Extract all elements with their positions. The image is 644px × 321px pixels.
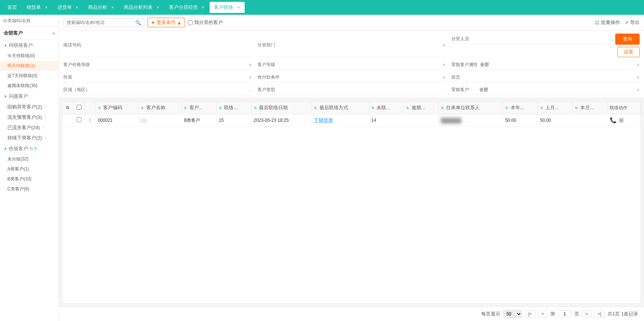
query-button[interactable]: 查询 xyxy=(615,34,640,45)
col-last-contact-date[interactable]: ⇅ 最后联络日期 xyxy=(251,101,312,114)
filter-input-scatter-attr[interactable] xyxy=(480,62,634,68)
col-no-contact[interactable]: ⇅ 未联... xyxy=(369,101,404,114)
phone-icon[interactable]: 📞 xyxy=(610,117,617,124)
sort-icon: ⇅ xyxy=(575,106,578,110)
filter-row-scatter-customer: 零散客户 ∨ xyxy=(451,85,640,95)
chevron-down-icon[interactable]: ∨ xyxy=(442,75,445,80)
filter-input-customer-type[interactable] xyxy=(286,87,446,93)
col-last-contact-method[interactable]: ⇅ 最后联络方式 xyxy=(312,101,369,114)
first-page-btn[interactable]: |< xyxy=(525,310,535,318)
sidebar-item-declining[interactable]: 持续下滑客户(2) ? xyxy=(0,133,59,143)
chevron-down-icon[interactable]: ∨ xyxy=(442,43,445,48)
sidebar-group-problem[interactable]: ▼ 问题客户 xyxy=(0,91,59,102)
help-icon: ? xyxy=(44,136,46,140)
sidebar-collapse-btn[interactable]: « xyxy=(52,31,55,36)
table-area: ⚙ ⇅ 客户编码 ⇅ 客户名称 xyxy=(62,101,641,304)
more-icon[interactable]: … xyxy=(248,88,252,92)
filter-input-dept[interactable] xyxy=(286,43,441,48)
current-page-input[interactable] xyxy=(558,310,571,318)
per-page-select[interactable]: 10 20 50 100 xyxy=(503,310,522,318)
filter-input-nature[interactable] xyxy=(91,75,246,80)
prev-page-btn[interactable]: < xyxy=(538,310,547,318)
nav-customer-contact[interactable]: 客户联络 ✕ xyxy=(210,2,245,13)
last-page-btn[interactable]: >| xyxy=(594,310,605,318)
sidebar-item-ungrouped[interactable]: 未分组(32) xyxy=(0,154,59,164)
chevron-down-icon[interactable]: ∨ xyxy=(637,75,640,80)
close-icon[interactable]: ✕ xyxy=(201,5,204,10)
filter-input-region[interactable] xyxy=(92,87,245,93)
all-customers-label: 全部客户 xyxy=(4,30,23,37)
search-input[interactable] xyxy=(67,20,134,25)
col-this-month[interactable]: ⇅ 本月... xyxy=(573,101,608,114)
col-customer-code[interactable]: ⇅ 客户编码 xyxy=(95,101,139,114)
close-icon[interactable]: ✕ xyxy=(111,5,114,10)
chevron-down-icon[interactable]: ∨ xyxy=(249,62,252,67)
chevron-down-icon[interactable]: ∨ xyxy=(637,87,640,92)
col-checkbox xyxy=(73,101,84,114)
refresh-icon[interactable]: ↻ xyxy=(29,146,33,151)
nav-purchase[interactable]: 进货单 ✕ xyxy=(53,2,83,13)
sidebar-item-type-b[interactable]: B类客户(33) xyxy=(0,174,59,184)
sidebar-item-repurchase[interactable]: 回购异常客户(2) ? xyxy=(0,102,59,112)
filter-input-manager[interactable] xyxy=(479,37,609,42)
next-page-btn[interactable]: > xyxy=(582,310,591,318)
select-all-checkbox[interactable] xyxy=(77,105,81,110)
sidebar-item-lost-customers[interactable]: 已流失客户(24) ? xyxy=(0,122,59,133)
nav-sales[interactable]: 销货单 ✕ xyxy=(22,2,52,13)
sidebar-group-value[interactable]: ▼ 价值客户 ↻ ✎ xyxy=(0,143,59,154)
more-filters-btn[interactable]: ▼ 更多条件 ▲ xyxy=(147,18,185,27)
table-header-row: ⚙ ⇅ 客户编码 ⇅ 客户名称 xyxy=(62,101,641,114)
row-select-checkbox[interactable] xyxy=(77,117,81,122)
col-contact[interactable]: ⇅ 联络... xyxy=(216,101,251,114)
col-settings[interactable]: ⚙ xyxy=(62,101,73,114)
chevron-down-icon[interactable]: ∨ xyxy=(249,75,252,80)
sidebar-item-loss-warning[interactable]: 流失预警客户(3) ? xyxy=(0,112,59,122)
sidebar-item-type-a[interactable]: A类客户(1) xyxy=(0,164,59,174)
search-submit-icon[interactable]: 🔍 xyxy=(135,20,141,25)
chevron-down-icon[interactable]: ∨ xyxy=(637,62,640,67)
sidebar-item-today-contact[interactable]: 今天待联络(0) xyxy=(0,51,59,61)
nav-home[interactable]: 首页 xyxy=(3,2,21,13)
col-customer-type[interactable]: ⇅ 客户... xyxy=(182,101,217,114)
edit-icon[interactable]: ✎ xyxy=(34,146,38,151)
close-icon[interactable]: ✕ xyxy=(156,5,160,10)
col-overdue[interactable]: ⇅ 逾期... xyxy=(404,101,439,114)
filter-label-status: 状态 xyxy=(451,74,477,80)
chevron-down-icon[interactable]: ∨ xyxy=(442,62,445,67)
col-customer-name[interactable]: ⇅ 客户名称 xyxy=(139,101,182,114)
nav-goods-analysis-list[interactable]: 商品分析列表 ✕ xyxy=(119,2,164,13)
col-last-month[interactable]: ⇅ 上月... xyxy=(538,101,573,114)
close-icon[interactable]: ✕ xyxy=(75,5,78,10)
sidebar-group-pending[interactable]: ▼ 待联络客户 xyxy=(0,40,59,51)
col-this-year[interactable]: ⇅ 本年... xyxy=(503,101,538,114)
filter-input-scatter-customer[interactable] xyxy=(479,87,634,93)
batch-operation-btn[interactable]: ☑ 批量操作 xyxy=(595,19,620,26)
export-btn[interactable]: ↗ 导出 xyxy=(624,19,640,26)
nav-customer-tier[interactable]: 客户分层经营 ✕ xyxy=(165,2,209,13)
my-customer-checkbox[interactable] xyxy=(188,20,193,25)
filter-input-status[interactable] xyxy=(479,75,634,80)
close-icon[interactable]: ✕ xyxy=(45,5,48,10)
sort-icon: ⇅ xyxy=(314,106,317,110)
sidebar-item-overdue-contact[interactable]: 逾期未联络(30) xyxy=(0,81,59,91)
filter-input-price-level[interactable] xyxy=(92,62,246,68)
sidebar-item-week-contact[interactable]: 近7天待联络(0) xyxy=(0,71,59,81)
row-last-contact-method[interactable]: 下销货单 xyxy=(312,114,369,127)
sidebar-item-type-c[interactable]: C类客户(6) xyxy=(0,184,59,194)
more-icon[interactable]: … xyxy=(611,37,615,41)
filter-input-phone[interactable] xyxy=(91,43,252,48)
close-icon[interactable]: ✕ xyxy=(237,5,240,10)
sidebar-item-tomorrow-contact[interactable]: 明天待联络(1) xyxy=(0,61,59,71)
grid-icon[interactable]: ⊞ xyxy=(619,117,624,124)
set-button[interactable]: 设置 xyxy=(617,47,640,57)
sidebar-all-customers[interactable]: 全部客户 « xyxy=(0,27,59,40)
col-contact-person[interactable]: ⇅ 往来单位联系人 xyxy=(438,101,503,114)
filter-input-customer-level[interactable] xyxy=(286,62,441,68)
export-icon: ↗ xyxy=(624,20,629,25)
last-contact-method-link[interactable]: 下销货单 xyxy=(314,117,333,123)
nav-goods-analysis[interactable]: 商品分析 ✕ xyxy=(84,2,119,13)
filter-input-payment[interactable] xyxy=(286,75,441,80)
main-layout: 🔍 全部客户 « ▼ 待联络客户 今天待联络(0) 明天待联络(1) 近7天待联… xyxy=(0,15,644,321)
row-customer-type: B类客户 xyxy=(182,114,217,127)
sidebar-search-input[interactable] xyxy=(3,18,58,23)
